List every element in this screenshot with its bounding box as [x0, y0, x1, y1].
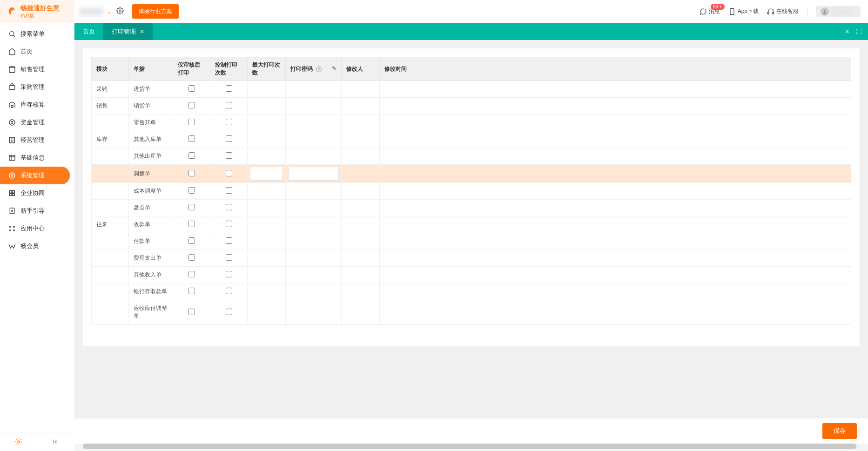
apps-icon [8, 225, 16, 232]
only-audited-checkbox[interactable] [188, 135, 195, 142]
control-count-checkbox[interactable] [226, 170, 232, 176]
sidebar-item-guide[interactable]: 新手引导 [0, 202, 74, 220]
table-row[interactable]: 销售销货单 [92, 98, 851, 114]
only-audited-checkbox[interactable] [188, 102, 195, 108]
svg-point-22 [10, 230, 11, 231]
sidebar-item-label: 应用中心 [20, 224, 45, 233]
control-count-checkbox[interactable] [226, 237, 232, 244]
collapse-button[interactable] [37, 432, 74, 451]
sidebar-item-collab[interactable]: 企业协同 [0, 184, 74, 202]
logo[interactable]: 畅捷通好生意 精易版 [0, 0, 74, 23]
table-row[interactable]: 盘点单 [92, 200, 851, 216]
edit-icon[interactable]: ✎ [332, 65, 336, 72]
table-row[interactable]: 应收应付调整单 [92, 300, 851, 325]
only-audited-checkbox[interactable] [188, 204, 195, 210]
h-scrollbar[interactable] [83, 444, 860, 449]
control-count-checkbox[interactable] [226, 254, 232, 261]
only-audited-checkbox[interactable] [188, 237, 195, 244]
sidebar-item-search[interactable]: 搜索菜单 [0, 25, 74, 43]
topbar-right: 消息 99 + App下载 在线客服 —— [700, 6, 861, 17]
industry-plan-button[interactable]: 体验行业方案 [132, 4, 179, 19]
table-row[interactable]: 库存其他入库单 [92, 131, 851, 148]
control-count-checkbox[interactable] [226, 204, 232, 210]
only-audited-checkbox[interactable] [188, 170, 195, 176]
main: 首页打印管理✕ ✕ ⛶ 模块 单据 仅审核后打印 控制打印次数 最大打印次数 [74, 23, 868, 451]
save-button[interactable]: 保存 [822, 423, 857, 439]
cell-control-count [210, 81, 248, 98]
close-all-icon[interactable]: ✕ [845, 28, 849, 35]
only-audited-checkbox[interactable] [188, 221, 195, 227]
control-count-checkbox[interactable] [226, 152, 232, 159]
settings-button[interactable] [0, 432, 37, 451]
cell-control-count [210, 267, 248, 283]
table-row[interactable]: 采购进货单 [92, 81, 851, 98]
support-button[interactable]: 在线客服 [767, 7, 799, 15]
only-audited-checkbox[interactable] [188, 271, 195, 277]
guide-icon [8, 207, 16, 215]
control-count-checkbox[interactable] [226, 102, 232, 108]
h-scrollbar-thumb[interactable] [83, 444, 856, 449]
divider [807, 8, 807, 15]
cell-modifier [342, 114, 380, 131]
cell-control-count [210, 98, 248, 114]
only-audited-checkbox[interactable] [188, 309, 195, 315]
cell-modify-time [380, 114, 851, 131]
cell-modify-time [380, 300, 851, 325]
table-row[interactable]: 调拨单 [92, 165, 851, 183]
tab-1[interactable]: 打印管理✕ [103, 23, 153, 40]
sidebar-item-home[interactable]: 首页 [0, 43, 74, 61]
sidebar-item-apps[interactable]: 应用中心 [0, 220, 74, 237]
table-row[interactable]: 零售开单 [92, 114, 851, 131]
control-count-checkbox[interactable] [226, 135, 232, 142]
control-count-checkbox[interactable] [226, 288, 232, 294]
cell-modify-time [380, 233, 851, 250]
user-menu[interactable]: —— [816, 6, 861, 17]
max-count-input[interactable] [250, 167, 283, 181]
table-row[interactable]: 往来收款单 [92, 216, 851, 233]
sidebar-item-system[interactable]: 系统管理 [0, 167, 70, 184]
table-row[interactable]: 其他收入单 [92, 267, 851, 283]
table-row[interactable]: 成本调整单 [92, 183, 851, 200]
sidebar-item-member[interactable]: 畅会员 [0, 237, 74, 255]
table-row[interactable]: 银行存取款单 [92, 283, 851, 300]
table-row[interactable]: 付款单 [92, 233, 851, 250]
cell-modifier [342, 233, 380, 250]
sidebar-item-business[interactable]: 经营管理 [0, 131, 74, 149]
gear-icon[interactable] [116, 7, 124, 16]
svg-point-24 [18, 441, 20, 443]
sidebar-item-base[interactable]: 基础信息 [0, 149, 74, 167]
cell-doc: 其他入库单 [129, 131, 173, 148]
expand-icon[interactable]: ⛶ [856, 28, 861, 35]
control-count-checkbox[interactable] [226, 271, 232, 277]
app-download-button[interactable]: App下载 [728, 7, 759, 15]
table-row[interactable]: 其他出库单 [92, 148, 851, 165]
sidebar-item-funds[interactable]: 资金管理 [0, 114, 74, 131]
close-icon[interactable]: ✕ [140, 28, 144, 35]
tabs-actions: ✕ ⛶ [838, 23, 868, 40]
sidebar-item-purchase[interactable]: 采购管理 [0, 78, 74, 96]
only-audited-checkbox[interactable] [188, 254, 195, 261]
message-button[interactable]: 消息 99 + [700, 7, 720, 15]
only-audited-checkbox[interactable] [188, 187, 195, 194]
control-count-checkbox[interactable] [226, 85, 232, 92]
sidebar-item-label: 资金管理 [20, 118, 45, 127]
only-audited-checkbox[interactable] [188, 119, 195, 125]
help-icon[interactable]: ? [316, 67, 322, 72]
only-audited-checkbox[interactable] [188, 288, 195, 294]
only-audited-checkbox[interactable] [188, 85, 195, 92]
password-input[interactable] [288, 167, 339, 181]
control-count-checkbox[interactable] [226, 221, 232, 227]
tab-0[interactable]: 首页 [74, 23, 103, 40]
svg-point-13 [9, 173, 15, 178]
control-count-checkbox[interactable] [226, 187, 232, 194]
cell-module [92, 200, 129, 216]
svg-point-20 [10, 226, 11, 228]
control-count-checkbox[interactable] [226, 309, 232, 315]
only-audited-checkbox[interactable] [188, 152, 195, 159]
company-select[interactable]: —— ⌄ [79, 7, 112, 16]
sidebar-item-sales[interactable]: 销售管理 [0, 61, 74, 78]
control-count-checkbox[interactable] [226, 119, 232, 125]
table-row[interactable]: 费用支出单 [92, 250, 851, 267]
sidebar-item-inventory[interactable]: 库存核算 [0, 96, 74, 114]
cell-modify-time [380, 216, 851, 233]
